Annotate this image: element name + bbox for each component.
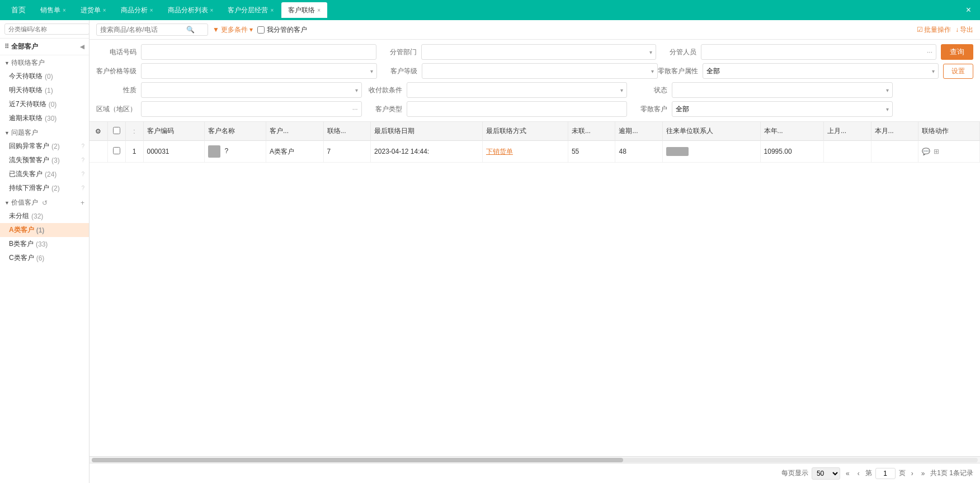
price-level-select[interactable]: ▾ (141, 63, 377, 79)
nav-customer-segment[interactable]: 客户分层经营 × (221, 2, 280, 18)
collapse-icon: ◀ (80, 44, 84, 50)
nav-product-list[interactable]: 商品分析列表 × (161, 2, 220, 18)
th-name[interactable]: 客户名称 (205, 122, 266, 141)
nav-product-analysis[interactable]: 商品分析 × (114, 2, 160, 18)
th-this-month[interactable]: 本月... (871, 122, 918, 141)
td-last-method[interactable]: 下销货单 (482, 141, 568, 163)
th-last-date[interactable]: 最后联络日期 (371, 122, 483, 141)
more-btn-manager[interactable]: ··· (927, 48, 932, 56)
grid-icon-action[interactable]: ⊞ (934, 148, 939, 155)
phone-input[interactable] (141, 44, 376, 60)
filter-row-3: 性质 ▾ 收付款条件 ▾ 状态 (96, 82, 973, 98)
select-all-checkbox[interactable] (113, 127, 120, 134)
sidebar-all-customers[interactable]: ⠿ 全部客户 ◀ (0, 39, 89, 55)
nature-select[interactable]: ▾ (141, 82, 362, 98)
th-settings[interactable]: ⚙ (89, 122, 107, 141)
sidebar-group-value[interactable]: ▼ 价值客户 ↺ + (0, 195, 89, 209)
manager-input[interactable]: ··· (701, 44, 936, 60)
settings-btn[interactable]: 设置 (943, 64, 973, 79)
sidebar-item-repurchase[interactable]: 回购异常客户 (2) ? (0, 139, 89, 153)
sidebar-item-declining[interactable]: 持续下滑客户 (2) ? (0, 181, 89, 195)
th-last-month[interactable]: 上月... (824, 122, 871, 141)
export-btn[interactable]: ↓ 导出 (955, 25, 973, 35)
customer-type-label: 客户类型 (362, 105, 407, 114)
scrollbar-track[interactable] (92, 458, 978, 462)
td-name[interactable]: ? (205, 141, 266, 163)
payment-select[interactable]: ▾ (407, 82, 628, 98)
dept-select[interactable]: ▾ (421, 44, 657, 60)
add-icon[interactable]: + (81, 199, 84, 207)
th-code[interactable]: 客户编码 (143, 122, 205, 141)
retail-attr-select[interactable]: 全部 ▾ (703, 63, 939, 79)
region-input[interactable]: ··· (141, 101, 362, 117)
dept-label: 分管部门 (376, 48, 421, 57)
nav-sales[interactable]: 销售单 × (34, 2, 73, 18)
th-contacts[interactable]: 往来单位联系人 (663, 122, 761, 141)
prev-page-btn[interactable]: ‹ (855, 468, 862, 479)
batch-ops-btn[interactable]: ☑ 批量操作 (917, 25, 951, 35)
status-select[interactable]: ▾ (672, 82, 893, 98)
close-product-analysis-tab[interactable]: × (150, 7, 153, 13)
close-customer-segment-tab[interactable]: × (270, 7, 274, 13)
refresh-icon[interactable]: ↺ (42, 199, 48, 207)
filter-row-2: 客户价格等级 ▾ 客户等级 ▾ 零散客户属性 全部 (96, 63, 973, 79)
th-overdue[interactable]: 逾期... (615, 122, 663, 141)
my-customers-check[interactable] (257, 26, 265, 34)
chat-icon[interactable]: 💬 (922, 148, 930, 155)
my-customers-checkbox[interactable]: 我分管的客户 (257, 25, 307, 35)
sidebar-search-bar: 🔍 (0, 20, 89, 39)
search-icon: 🔍 (186, 26, 195, 34)
td-checkbox[interactable] (107, 141, 125, 163)
row-checkbox[interactable] (113, 147, 120, 154)
sidebar-item-tomorrow[interactable]: 明天待联络 (1) (0, 83, 89, 97)
nav-home[interactable]: 首页 (4, 2, 32, 18)
customer-type-input[interactable] (407, 101, 628, 117)
filter-customer-level: 客户等级 ▾ (377, 63, 658, 79)
td-action: 💬 ⊞ (918, 141, 980, 163)
advanced-filters: 电话号码 分管部门 ▾ 分管人员 ··· (89, 40, 980, 122)
close-purchase-tab[interactable]: × (103, 7, 106, 13)
td-contacts (663, 141, 761, 163)
sidebar-item-today[interactable]: 今天待联络 (0) (0, 69, 89, 83)
sidebar-group-problem[interactable]: ▼ 问题客户 (0, 125, 89, 139)
scrollbar-thumb[interactable] (92, 458, 623, 462)
sidebar-group-pending[interactable]: ▼ 待联络客户 (0, 55, 89, 69)
query-btn[interactable]: 查询 (941, 44, 973, 60)
chevron-down-icon-nature: ▾ (355, 87, 358, 93)
th-checkbox[interactable] (107, 122, 125, 141)
th-contact-count[interactable]: 联络... (323, 122, 371, 141)
per-page-select[interactable]: 50 100 (812, 467, 840, 480)
th-last-method[interactable]: 最后联络方式 (482, 122, 568, 141)
sidebar-item-churned[interactable]: 已流失客户 (24) ? (0, 167, 89, 181)
th-level[interactable]: 客户... (266, 122, 323, 141)
close-product-list-tab[interactable]: × (210, 7, 214, 13)
td-code[interactable]: 000031 (143, 141, 205, 163)
nav-purchase[interactable]: 进货单 × (74, 2, 113, 18)
customer-level-select[interactable]: ▾ (422, 63, 658, 79)
nav-customer-contact[interactable]: 客户联络 × (281, 2, 327, 18)
close-sales-tab[interactable]: × (63, 7, 66, 13)
th-year-amount[interactable]: 本年... (760, 122, 823, 141)
search-input[interactable] (100, 26, 184, 34)
retail-customer-select[interactable]: 全部 ▾ (672, 101, 893, 117)
close-customer-contact-tab[interactable]: × (317, 7, 321, 13)
th-no-contact[interactable]: 未联... (568, 122, 615, 141)
more-filters-btn[interactable]: ▼ 更多条件 ▾ (213, 25, 253, 35)
sidebar-item-ungrouped[interactable]: 未分组 (32) (0, 209, 89, 223)
sidebar-item-type-a[interactable]: A类客户 (1) (0, 223, 89, 237)
retail-customer-label: 零散客户 (627, 105, 672, 114)
first-page-btn[interactable]: « (844, 468, 852, 479)
page-input[interactable] (875, 468, 896, 479)
price-level-label: 客户价格等级 (96, 67, 141, 76)
sidebar-item-type-c[interactable]: C类客户 (6) (0, 251, 89, 265)
more-btn-region[interactable]: ··· (352, 105, 358, 113)
sidebar-item-churn-warning[interactable]: 流失预警客户 (3) ? (0, 153, 89, 167)
sidebar-item-type-b[interactable]: B类客户 (33) (0, 237, 89, 251)
sidebar-search-input[interactable] (4, 23, 89, 35)
last-page-btn[interactable]: » (919, 468, 927, 479)
horizontal-scrollbar[interactable] (89, 456, 980, 463)
sidebar-item-7days[interactable]: 近7天待联络 (0) (0, 97, 89, 111)
close-all-tabs[interactable]: × (962, 5, 976, 15)
sidebar-item-overdue[interactable]: 逾期未联络 (30) (0, 111, 89, 125)
next-page-btn[interactable]: › (909, 468, 916, 479)
